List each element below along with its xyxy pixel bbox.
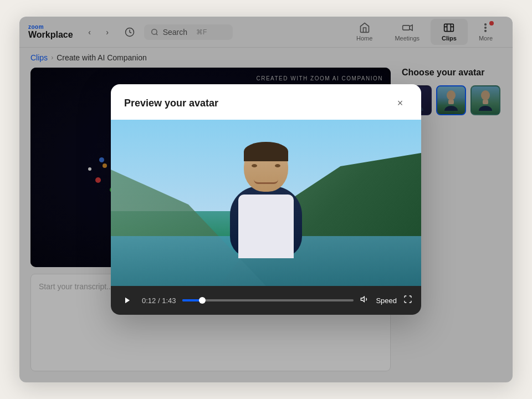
modal-video-area <box>111 120 421 286</box>
modal-head <box>244 142 288 192</box>
progress-fill <box>182 299 202 301</box>
landscape-background <box>111 120 421 286</box>
fullscreen-button[interactable] <box>403 295 412 306</box>
app-window: zoom Workplace ‹ › Search ⌘F <box>19 17 513 382</box>
modal-controls: 0:12 / 1:43 Speed <box>111 286 421 315</box>
play-button[interactable] <box>120 293 135 308</box>
speed-button[interactable]: Speed <box>376 296 397 305</box>
modal-body <box>230 186 302 258</box>
modal-hair <box>244 142 288 161</box>
right-eye <box>275 164 280 167</box>
time-display: 0:12 / 1:43 <box>142 296 176 305</box>
mouth <box>254 180 278 184</box>
volume-button[interactable] <box>360 295 369 306</box>
svg-marker-19 <box>125 298 130 304</box>
modal-close-button[interactable]: × <box>392 95 408 111</box>
left-eye <box>252 164 257 167</box>
modal-title: Preview your avatar <box>124 98 218 109</box>
svg-marker-20 <box>361 296 365 301</box>
modal-overlay: Preview your avatar × <box>19 17 513 382</box>
modal-person <box>216 142 316 286</box>
progress-thumb <box>199 297 206 304</box>
progress-track[interactable] <box>182 299 354 301</box>
total-time: 1:43 <box>162 296 176 305</box>
modal-shirt <box>238 195 294 258</box>
preview-modal: Preview your avatar × <box>111 84 421 315</box>
current-time: 0:12 <box>142 296 156 305</box>
modal-header: Preview your avatar × <box>111 84 421 120</box>
